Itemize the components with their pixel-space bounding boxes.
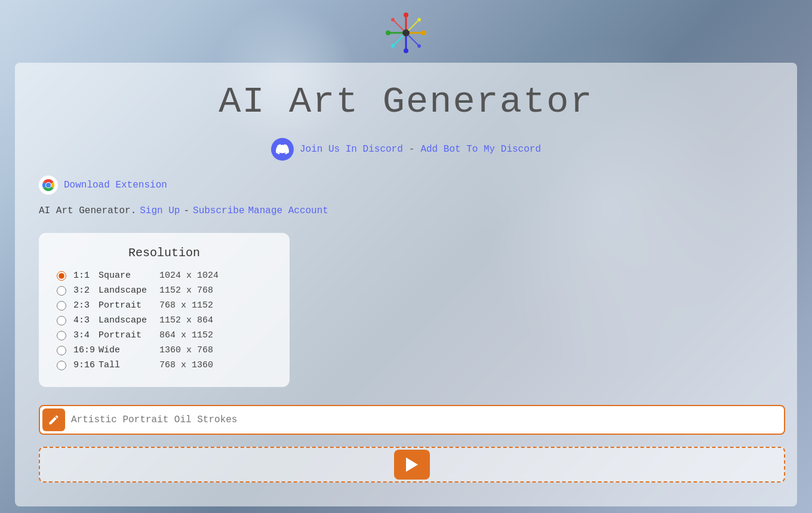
resolution-radio-0[interactable]: [57, 271, 66, 281]
svg-line-5: [393, 20, 404, 30]
svg-line-6: [408, 35, 419, 46]
discord-separator: -: [409, 144, 415, 155]
app-logo: [382, 9, 430, 57]
option-ratio: 4:3: [73, 315, 91, 325]
page-title: AI Art Generator: [39, 81, 773, 123]
generate-area: [39, 447, 785, 483]
signup-link[interactable]: Sign Up: [140, 205, 180, 216]
resolution-option[interactable]: 2:3Portrait 768 x 1152: [57, 300, 272, 311]
svg-point-11: [386, 30, 390, 35]
join-discord-link[interactable]: Join Us In Discord: [300, 144, 403, 155]
svg-point-13: [391, 18, 395, 21]
resolution-radio-3[interactable]: [57, 316, 66, 325]
svg-point-14: [417, 44, 421, 48]
resolution-option[interactable]: 3:2Landscape1152 x 768: [57, 285, 272, 296]
option-dims: 1024 x 1024: [159, 271, 219, 281]
resolution-option[interactable]: 9:16Tall 768 x 1360: [57, 360, 272, 370]
option-ratio: 9:16: [73, 360, 91, 370]
option-ratio: 2:3: [73, 300, 91, 311]
play-icon: [406, 457, 418, 472]
svg-line-7: [408, 20, 419, 30]
option-ratio: 16:9: [73, 345, 91, 355]
option-dims: 864 x 1152: [159, 330, 213, 340]
option-name: Portrait: [99, 330, 152, 340]
generate-button[interactable]: [394, 450, 430, 480]
svg-line-8: [393, 35, 404, 46]
svg-point-16: [391, 44, 395, 48]
main-card: AI Art Generator Join Us In Discord - Ad…: [15, 63, 797, 506]
svg-point-12: [422, 30, 426, 35]
prompt-input[interactable]: [65, 410, 779, 430]
discord-row: Join Us In Discord - Add Bot To My Disco…: [39, 138, 773, 161]
option-name: Portrait: [99, 300, 152, 311]
resolution-option[interactable]: 1:1Square1024 x 1024: [57, 271, 272, 281]
resolution-option[interactable]: 3:4Portrait 864 x 1152: [57, 330, 272, 340]
pencil-button[interactable]: [42, 408, 65, 431]
account-prefix: AI Art Generator.: [39, 205, 136, 216]
subscribe-link[interactable]: Subscribe: [193, 205, 244, 216]
option-ratio: 3:2: [73, 285, 91, 296]
resolution-radio-2[interactable]: [57, 301, 66, 311]
option-name: Square: [99, 271, 152, 281]
extension-row: Download Extension: [39, 176, 773, 195]
download-extension-link[interactable]: Download Extension: [64, 180, 167, 191]
resolution-option[interactable]: 4:3Landscape1152 x 864: [57, 315, 272, 325]
option-name: Tall: [99, 360, 152, 370]
resolution-radio-1[interactable]: [57, 286, 66, 296]
resolution-radio-4[interactable]: [57, 331, 66, 340]
option-ratio: 1:1: [73, 271, 91, 281]
resolution-radio-5[interactable]: [57, 346, 66, 355]
option-name: Wide: [99, 345, 152, 355]
account-row: AI Art Generator. Sign Up - Subscribe Ma…: [39, 205, 773, 216]
resolution-option[interactable]: 16:9Wide1360 x 768: [57, 345, 272, 355]
manage-account-link[interactable]: Manage Account: [248, 205, 328, 216]
option-dims: 1152 x 864: [159, 315, 213, 325]
discord-icon: [271, 138, 294, 161]
prompt-input-wrapper: [39, 405, 785, 435]
resolution-title: Resolution: [57, 246, 272, 260]
resolution-box: Resolution 1:1Square1024 x 10243:2Landsc…: [39, 233, 290, 387]
option-ratio: 3:4: [73, 330, 91, 340]
svg-point-10: [404, 48, 408, 53]
prompt-container: [39, 405, 785, 435]
resolution-options: 1:1Square1024 x 10243:2Landscape1152 x 7…: [57, 271, 272, 370]
option-dims: 1360 x 768: [159, 345, 213, 355]
option-dims: 768 x 1360: [159, 360, 213, 370]
option-dims: 768 x 1152: [159, 300, 213, 311]
svg-point-15: [417, 18, 421, 21]
header: [0, 0, 812, 63]
option-name: Landscape: [99, 285, 152, 296]
option-name: Landscape: [99, 315, 152, 325]
chrome-icon: [39, 176, 58, 195]
svg-point-20: [46, 183, 51, 188]
account-separator: -: [183, 205, 189, 216]
add-bot-link[interactable]: Add Bot To My Discord: [420, 144, 541, 155]
resolution-radio-6[interactable]: [57, 361, 66, 370]
option-dims: 1152 x 768: [159, 285, 213, 296]
content-wrapper: AI Art Generator Join Us In Discord - Ad…: [0, 0, 812, 513]
svg-point-9: [404, 13, 408, 17]
